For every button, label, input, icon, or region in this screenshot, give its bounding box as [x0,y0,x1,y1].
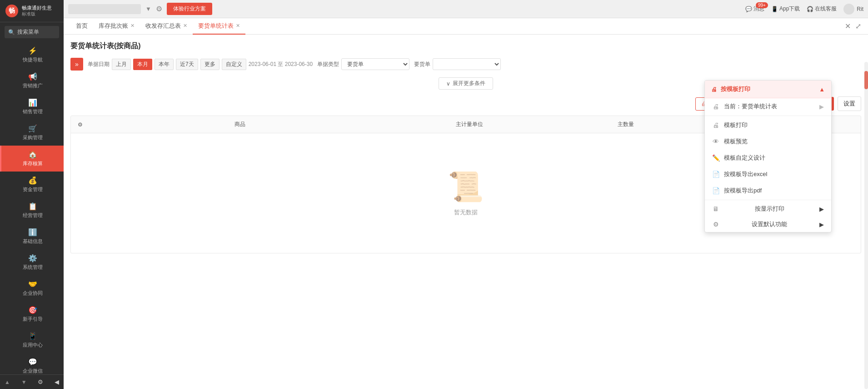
message-badge[interactable]: 💬 消息 99+ [745,5,764,13]
sidebar-item-sales[interactable]: 📊 销售管理 [0,94,64,120]
sidebar-item-label: 营销推广 [23,82,43,89]
sidebar-nav: ⚡ 快捷导航 📢 营销推广 📊 销售管理 🛒 采购管理 🏠 库存核算 💰 资金管… [0,42,64,374]
date-this-month-button[interactable]: 本月 [133,59,152,70]
search-menu-label: 搜索菜单 [17,28,39,36]
sidebar-item-finance[interactable]: 💰 资金管理 [0,172,64,197]
table-col-settings[interactable]: ⚙ [71,117,89,132]
type-filter-label: 单据类型 [317,61,339,68]
app-download-label: App下载 [779,5,800,13]
user-name: Rit [857,6,863,12]
window-controls: ✕ ⤢ [845,22,861,30]
maximize-window-button[interactable]: ⤢ [855,22,861,30]
topbar-dropdown-chevron[interactable]: ▼ [145,5,151,12]
sidebar-item-guide[interactable]: 🎯 新手引导 [0,301,64,327]
system-icon: ⚙️ [28,254,37,263]
date-filter-label: 单据日期 [88,61,110,68]
tab-summary-label: 收发存汇总表 [145,22,181,30]
dropdown-close-chevron[interactable]: ▲ [819,86,825,93]
sidebar-item-label: 库存核算 [23,160,43,167]
table-col-unit: 主计量单位 [391,116,548,133]
type-filter-select[interactable]: 要货单 [341,58,409,70]
app-download-icon: 📱 [771,6,778,12]
date-this-year-button[interactable]: 本年 [155,59,174,70]
sidebar-logo: 畅 畅康通好生意 标准版 [0,0,64,22]
empty-state-icon: 📜 [448,170,484,204]
tab-home[interactable]: 首页 [70,18,93,35]
dropdown-default-setting-arrow: ▶ [819,221,824,228]
sidebar-item-marketing[interactable]: 📢 营销推广 [0,68,64,94]
print-header-icon: 🖨 [711,86,717,93]
settings-footer-icon[interactable]: ⚙ [38,379,43,385]
sidebar-item-operations[interactable]: 📋 经营管理 [0,197,64,223]
basic-icon: ℹ️ [28,228,37,237]
main-area: ▼ ⚙ 体验行业方案 💬 消息 99+ 📱 App下载 🎧 在线客服 Rit [64,0,868,389]
sidebar-item-label: 企业微信 [23,368,43,374]
sidebar-item-label: 销售管理 [23,108,43,115]
trial-industry-button[interactable]: 体验行业方案 [167,3,212,15]
apps-icon: 📱 [28,332,37,340]
sidebar-item-apps[interactable]: 📱 应用中心 [0,327,64,353]
dropdown-export-excel[interactable]: 📄 按模板导出excel [705,166,831,182]
app-download-link[interactable]: 📱 App下载 [771,5,800,13]
toggle-sidebar-icon[interactable]: ◀ [55,379,59,385]
dropdown-default-setting[interactable]: ⚙ 设置默认功能 ▶ [705,217,831,232]
tab-order-stats[interactable]: 要货单统计表 ✕ [193,18,245,35]
sidebar-item-label: 资金管理 [23,186,43,193]
online-service-link[interactable]: 🎧 在线客服 [807,5,837,13]
dropdown-template-design[interactable]: ✏️ 模板自定义设计 [705,150,831,166]
user-avatar [843,4,854,15]
sidebar-item-basic[interactable]: ℹ️ 基础信息 [0,223,64,249]
date-more-button[interactable]: 更多 [200,59,219,70]
dropdown-display-print[interactable]: 🖥 按显示打印 ▶ [705,201,831,217]
goods-filter-label: 要货单 [414,61,430,68]
dropdown-current-arrow: ▶ [819,103,824,110]
sidebar-item-system[interactable]: ⚙️ 系统管理 [0,249,64,275]
scrollbar-thumb[interactable] [864,71,868,89]
date-last-7-days-button[interactable]: 近7天 [176,59,198,70]
template-print-icon: 🖨 [712,121,719,129]
topbar-settings-icon[interactable]: ⚙ [156,5,162,13]
guide-icon: 🎯 [28,306,37,314]
table-col-goods: 商品 [89,116,391,133]
filter-bar: » 单据日期 上月 本月 本年 近7天 更多 自定义 2023-06-01 至 … [70,58,861,71]
tab-order-stats-label: 要货单统计表 [198,22,234,30]
goods-filter-select[interactable] [433,58,501,70]
scroll-up-icon[interactable]: ▲ [5,379,10,385]
dropdown-export-pdf[interactable]: 📄 按模板导出pdf [705,182,831,199]
sidebar-item-label: 新手引导 [23,316,43,323]
tab-summary[interactable]: 收发存汇总表 ✕ [140,18,193,35]
purchase-icon: 🛒 [28,124,37,133]
sidebar-item-wechat[interactable]: 💬 企业微信 [0,353,64,374]
tab-summary-close[interactable]: ✕ [183,23,187,29]
topbar-search-input[interactable] [68,4,141,14]
sidebar-item-quick-nav[interactable]: ⚡ 快捷导航 [0,42,64,68]
search-menu-button[interactable]: 🔍 搜索菜单 [5,26,59,38]
filter-expand-button[interactable]: » [70,58,83,71]
sidebar-item-label: 应用中心 [23,342,43,349]
dropdown-current-label: 当前：要货单统计表 [724,102,815,111]
expand-more-button[interactable]: ∨ 展开更多条件 [439,77,493,90]
dropdown-template-preview[interactable]: 👁 模板预览 [705,133,831,150]
tab-inventory-batch[interactable]: 库存批次账 ✕ [93,18,140,35]
scroll-down-icon[interactable]: ▼ [21,379,27,385]
dropdown-template-print[interactable]: 🖨 模板打印 [705,117,831,133]
sidebar-search[interactable]: 🔍 搜索菜单 [0,22,64,42]
sidebar-item-purchase[interactable]: 🛒 采购管理 [0,120,64,146]
tab-order-stats-close[interactable]: ✕ [236,23,240,29]
tab-bar: 首页 库存批次账 ✕ 收发存汇总表 ✕ 要货单统计表 ✕ ✕ ⤢ [64,18,868,35]
dropdown-current-template[interactable]: 🖨 当前：要货单统计表 ▶ [705,98,831,115]
dropdown-template-print-label: 模板打印 [724,121,824,129]
user-profile[interactable]: Rit [843,4,863,15]
tab-inventory-batch-close[interactable]: ✕ [130,23,135,29]
export-pdf-icon: 📄 [712,187,719,194]
date-last-month-button[interactable]: 上月 [112,59,131,70]
collab-icon: 🤝 [28,280,37,288]
settings-button[interactable]: 设置 [838,96,861,111]
sidebar-item-inventory[interactable]: 🏠 库存核算 [0,146,64,172]
scrollbar[interactable] [864,62,868,389]
sidebar-item-collab[interactable]: 🤝 企业协同 [0,275,64,301]
date-custom-button[interactable]: 自定义 [222,59,246,70]
close-window-button[interactable]: ✕ [845,22,851,30]
sidebar: 畅 畅康通好生意 标准版 🔍 搜索菜单 ⚡ 快捷导航 📢 营销推广 📊 销售管理… [0,0,64,389]
export-excel-icon: 📄 [712,171,719,178]
